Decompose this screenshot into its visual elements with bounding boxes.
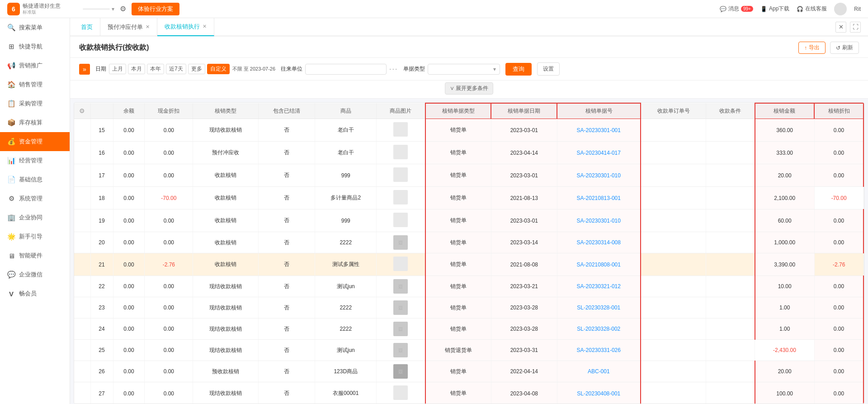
goods-image-empty: [393, 145, 408, 159]
date-btn-this-month[interactable]: 本月: [128, 64, 145, 74]
export-button[interactable]: ↑ 导出: [798, 42, 826, 54]
verify-bill-no-link[interactable]: SA-20230414-017: [577, 150, 621, 156]
system-icon: ⚙: [7, 195, 15, 203]
tab-close-all-button[interactable]: ✕: [835, 22, 846, 33]
verify-bill-no-link[interactable]: SA-20230331-026: [577, 347, 621, 353]
sidebar-item-finance[interactable]: 💰 资金管理: [0, 132, 70, 151]
date-btn-last-month[interactable]: 上月: [109, 64, 126, 74]
sidebar-item-purchase[interactable]: 📋 采购管理: [0, 94, 70, 113]
guide-icon: 🌟: [7, 233, 15, 241]
user-avatar[interactable]: [834, 3, 847, 15]
setting-button[interactable]: 设置: [537, 62, 560, 76]
online-service-button[interactable]: 🎧 在线客服: [797, 5, 827, 13]
cell-verify-bill-no[interactable]: SA-20230321-012: [557, 276, 640, 297]
verify-bill-no-link[interactable]: SL-20230328-002: [577, 326, 620, 332]
sidebar-item-hardware[interactable]: 🖥 智能硬件: [0, 246, 70, 265]
refresh-button[interactable]: ↺ 刷新: [830, 42, 859, 54]
cell-verify-discount: 0.00: [814, 318, 863, 340]
col-header-verify-bill-type: 核销单据类型: [425, 103, 491, 119]
expand-more-button[interactable]: ∨ 展开更多条件: [445, 82, 493, 95]
cell-goods-img: [377, 164, 425, 187]
tab-expand-button[interactable]: ⛶: [850, 22, 861, 33]
cell-verify-bill-no[interactable]: SL-20230408-001: [557, 382, 640, 404]
verify-bill-no-link[interactable]: SA-20230301-010: [577, 218, 621, 224]
cell-settings: [74, 382, 90, 404]
cell-receipt-condition: [706, 253, 755, 276]
top-nav-dropdown[interactable]: ▾: [83, 6, 114, 12]
sidebar-item-sales[interactable]: 🏠 销售管理: [0, 75, 70, 94]
sidebar-item-ops[interactable]: 📊 经营管理: [0, 151, 70, 170]
cell-verify-bill-no[interactable]: SA-20210813-001: [557, 187, 640, 209]
verify-bill-no-link[interactable]: SA-20210808-001: [577, 261, 621, 268]
app-download-button[interactable]: 📱 App下载: [760, 5, 789, 13]
message-icon: 💬: [720, 6, 726, 12]
cell-verify-bill-no[interactable]: SA-20230301-010: [557, 164, 640, 187]
query-button[interactable]: 查询: [505, 63, 532, 76]
cell-included: 否: [258, 119, 315, 142]
cell-verify-bill-no[interactable]: ABC-001: [557, 361, 640, 382]
sidebar-item-system[interactable]: ⚙ 系统管理: [0, 189, 70, 208]
cell-verify-bill-no[interactable]: SA-20230301-010: [557, 209, 640, 232]
cell-verify-bill-no[interactable]: SA-20230414-017: [557, 142, 640, 164]
home-tab-label: 首页: [81, 23, 93, 31]
col-header-settings[interactable]: ⚙: [74, 103, 90, 119]
sidebar-item-inventory[interactable]: 📦 库存核算: [0, 113, 70, 132]
cell-verify-bill-type: 销货单: [425, 142, 491, 164]
prepay-tab-label: 预付冲应付单: [108, 23, 143, 31]
cell-verify-bill-no[interactable]: SA-20230314-008: [557, 232, 640, 253]
verify-bill-no-link[interactable]: SA-20230314-008: [577, 239, 621, 246]
cell-verify-bill-no[interactable]: SA-20230331-026: [557, 340, 640, 361]
sidebar-item-marketing[interactable]: 📢 营销推广: [0, 56, 70, 75]
sidebar-item-basic[interactable]: 📄 基础信息: [0, 170, 70, 189]
column-settings-icon[interactable]: ⚙: [79, 107, 85, 114]
cell-verify-bill-no[interactable]: SL-20230328-002: [557, 318, 640, 340]
verify-bill-no-link[interactable]: SA-20230321-012: [577, 283, 621, 290]
tab-receipt[interactable]: 收款核销执行 ✕: [157, 18, 214, 36]
col-header-receipt-condition: 收款条件: [706, 103, 755, 119]
prepay-tab-close[interactable]: ✕: [146, 24, 150, 30]
tab-prepay[interactable]: 预付冲应付单 ✕: [100, 18, 157, 36]
headset-icon: 🎧: [797, 6, 803, 12]
table-container[interactable]: ⚙ 余额 现金折扣 核销类型 包含已结清 商品 商品图片 核销单据类型 核销单据…: [74, 102, 864, 404]
export-icon: ↑: [804, 45, 807, 51]
sidebar: 🔍 搜索菜单 ⊞ 快捷导航 📢 营销推广 🏠 销售管理 📋 采购管理 📦 库存核…: [0, 18, 70, 404]
verify-bill-no-link[interactable]: SA-20230301-010: [577, 172, 621, 179]
cell-goods-img: [377, 382, 425, 404]
col-header-verify-amount: 核销金额: [755, 103, 815, 119]
cell-verify-type: 收款核销: [193, 209, 258, 232]
date-btn-7days[interactable]: 近7天: [166, 64, 186, 74]
sidebar-item-shortcut[interactable]: ⊞ 快捷导航: [0, 37, 70, 56]
sidebar-item-wechat[interactable]: 💬 企业微信: [0, 265, 70, 284]
sidebar-item-guide[interactable]: 🌟 新手引导: [0, 227, 70, 246]
top-bar: 6 畅捷通谱好生意 标准版 ▾ ⚙ 体验行业方案 💬 消息 99+ 📱 App下…: [0, 0, 868, 18]
sidebar-item-corp[interactable]: 🏢 企业协同: [0, 208, 70, 227]
verify-bill-no-link[interactable]: ABC-001: [588, 368, 610, 375]
filter-bill-type-select[interactable]: ▾: [428, 64, 500, 75]
filter-supplier-dots: ···: [389, 65, 398, 73]
cell-receipt-order-no: [641, 232, 706, 253]
filter-expand-button[interactable]: »: [79, 64, 90, 75]
sidebar-item-member[interactable]: V 畅会员: [0, 284, 70, 303]
tab-home[interactable]: 首页: [74, 18, 100, 36]
cell-verify-bill-date: 2021-08-08: [491, 253, 557, 276]
goods-image: 🖼: [393, 235, 408, 250]
industry-solution-button[interactable]: 体验行业方案: [132, 3, 179, 15]
receipt-tab-close[interactable]: ✕: [203, 24, 207, 29]
sidebar-item-search[interactable]: 🔍 搜索菜单: [0, 18, 70, 37]
cell-included: 否: [258, 361, 315, 382]
date-btn-more[interactable]: 更多: [188, 64, 205, 74]
cell-verify-bill-no[interactable]: SA-20210808-001: [557, 253, 640, 276]
cell-verify-bill-no[interactable]: SL-20230328-001: [557, 297, 640, 318]
cell-verify-type: 收款核销: [193, 232, 258, 253]
cell-goods-img: [377, 119, 425, 142]
filter-supplier-input[interactable]: [305, 64, 387, 75]
date-btn-this-year[interactable]: 本年: [147, 64, 164, 74]
cell-verify-bill-no[interactable]: SA-20230301-001: [557, 119, 640, 142]
message-button[interactable]: 💬 消息 99+: [720, 5, 753, 13]
date-btn-custom[interactable]: 自定义: [207, 64, 230, 74]
verify-bill-no-link[interactable]: SA-20210813-001: [577, 195, 621, 201]
verify-bill-no-link[interactable]: SL-20230408-001: [577, 390, 620, 397]
verify-bill-no-link[interactable]: SA-20230301-001: [577, 127, 621, 133]
verify-bill-no-link[interactable]: SL-20230328-001: [577, 304, 620, 311]
settings-icon[interactable]: ⚙: [120, 5, 126, 13]
